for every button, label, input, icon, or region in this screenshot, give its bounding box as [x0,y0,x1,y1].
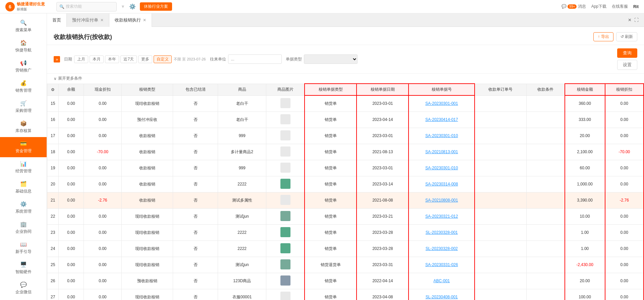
slip-no-link[interactable]: SA-20230301-010 [425,133,458,138]
settings-button[interactable]: 设置 [617,60,637,70]
sidebar-label-operation: 经营管理 [15,168,32,174]
cell-discount: 0.00 [605,112,644,128]
slip-no-link[interactable]: SA-20230321-012 [425,214,458,219]
cell-slip-type: 销货单 [305,273,357,289]
cell-goods: 老白干 [218,95,266,112]
tab-bar: 首页 预付冲应付单 ✕ 收款核销执行 ✕ ✕ ⛶ [47,13,644,27]
sidebar-item-corp[interactable]: 🏢 企业协同 [0,218,47,238]
slip-no-link[interactable]: SA-20230331-026 [425,262,458,267]
cell-slip-type: 销货单 [305,160,357,176]
cell-slip-no: SA-20230314-008 [409,176,475,192]
cell-type: 收款核销 [122,160,173,176]
cell-num: 23 [47,224,59,241]
slip-no-link[interactable]: SA-20230301-001 [425,101,458,106]
cell-slip-no: SA-20210808-001 [409,192,475,208]
cell-amount: 100.00 [565,289,605,300]
slip-no-link[interactable]: SL-20230328-001 [426,230,458,235]
refresh-button[interactable]: ↺ 刷新 [616,32,637,41]
table-row: 20 0.00 0.00 收款核销 否 2222 销货单 2023-03-14 … [47,176,644,192]
top-search-bar[interactable]: 🔍 搜索功能 [56,2,117,11]
date-btn-more[interactable]: 更多 [138,55,152,63]
app-logo: 6 畅捷通谱好生意 标准版 [5,1,52,12]
sidebar-item-basic[interactable]: 🗂️ 基础信息 [0,177,47,198]
sidebar-item-quick[interactable]: 🏠 快捷导航 [0,36,47,56]
logo-icon: 6 [5,2,15,11]
gear-icon[interactable]: ⚙️ [129,3,136,10]
filter-expand-button[interactable]: » [54,56,60,62]
app-name: 畅捷通谱好生意 [17,1,45,7]
slip-no-link[interactable]: SA-20210808-001 [425,198,458,203]
cell-amount: 333.00 [565,112,605,128]
slip-no-link[interactable]: SL-20230328-002 [426,246,458,251]
tab-receipt-close[interactable]: ✕ [143,18,146,23]
message-icon[interactable]: 💬 99+ 消息 [561,4,586,9]
tab-home[interactable]: 首页 [47,13,67,27]
cell-type: 收款核销 [122,144,173,160]
cell-cash-discount: 0.00 [84,224,122,241]
receipt-type-select[interactable] [304,54,358,64]
tab-prepay-close[interactable]: ✕ [100,18,104,23]
sidebar-item-marketing[interactable]: 📢 营销推广 [0,56,47,77]
online-service-link[interactable]: 在线客服 [612,4,628,9]
cell-condition [526,160,565,176]
top-bar-right: 💬 99+ 消息 App下载 在线客服 Rit [561,4,639,9]
slip-no-link[interactable]: SL-20230408-001 [426,295,458,299]
expand-more-bar[interactable]: ∨ 展开更多条件 [54,76,637,81]
cell-goods: 2222 [218,241,266,257]
date-btn-custom[interactable]: 自定义 [154,55,172,63]
tab-close-window[interactable]: ✕ [628,17,632,23]
industry-button[interactable]: 休验行业方案 [140,2,172,11]
sidebar-item-purchase[interactable]: 🛒 采购管理 [0,97,47,117]
page-actions: ↑ 导出 ↺ 刷新 [593,32,637,41]
query-button[interactable]: 查询 [617,48,637,58]
cell-img [266,208,305,224]
cell-slip-type: 销货单 [305,128,357,144]
cell-slip-no: SL-20230328-002 [409,241,475,257]
cell-closed: 否 [173,144,218,160]
cell-balance: 0.00 [59,112,84,128]
date-btn-lastmonth[interactable]: 上月 [74,55,88,63]
sidebar-item-operation[interactable]: 📊 经营管理 [0,157,47,177]
date-btn-thismonth[interactable]: 本月 [90,55,104,63]
slip-no-link[interactable]: SA-20230414-017 [425,117,458,122]
cell-cash-discount: 0.00 [84,95,122,112]
sidebar-item-vip[interactable]: V 畅会员 [0,298,47,300]
cell-img [266,289,305,300]
cell-receipt-order [475,208,526,224]
cell-slip-type: 销货单 [305,192,357,208]
cell-type: 收款核销 [122,128,173,144]
top-bar: 6 畅捷通谱好生意 标准版 🔍 搜索功能 ▼ ⚙️ 休验行业方案 💬 99+ 消… [0,0,644,13]
slip-no-link[interactable]: ABC-001 [433,278,450,283]
cell-goods: 2222 [218,176,266,192]
slip-no-link[interactable]: SA-20230314-008 [425,182,458,186]
sidebar-item-hardware[interactable]: 🖥️ 智能硬件 [0,258,47,278]
tab-maximize[interactable]: ⛶ [634,17,639,23]
sidebar-item-system[interactable]: ⚙️ 系统管理 [0,198,47,218]
cell-balance: 0.00 [59,224,84,241]
sidebar-item-inventory[interactable]: 📦 库存核算 [0,117,47,137]
cell-type: 收款核销 [122,192,173,208]
export-button[interactable]: ↑ 导出 [593,32,613,41]
tab-prepay[interactable]: 预付冲应付单 ✕ [67,13,109,27]
slip-no-link[interactable]: SA-20230301-010 [425,166,458,170]
cell-img [266,176,305,192]
th-settings[interactable]: ⚙ [47,84,59,95]
sidebar-item-search[interactable]: 🔍 搜索菜单 [0,16,47,36]
dropdown-arrow[interactable]: ▼ [121,4,125,9]
date-btn-thisyear[interactable]: 本年 [105,55,119,63]
slip-no-link[interactable]: SA-20210813-001 [425,149,458,154]
tab-receipt[interactable]: 收款核销执行 ✕ [109,13,152,27]
cell-discount: 0.00 [605,273,644,289]
counterpart-input[interactable] [228,54,282,64]
cell-slip-no: SA-20230301-001 [409,95,475,112]
th-type: 核销类型 [122,84,173,95]
cell-slip-date: 2023-03-28 [357,241,409,257]
th-goods-img: 商品图片 [266,84,305,95]
sidebar-item-sales[interactable]: 💰 销售管理 [0,77,47,97]
date-btn-7days[interactable]: 近7天 [120,55,137,63]
sidebar-item-finance[interactable]: 💳 资金管理 [0,137,47,157]
sidebar-item-guide[interactable]: 📖 新手引导 [0,238,47,258]
app-download-link[interactable]: App下载 [591,4,606,9]
cell-balance: 0.00 [59,95,84,112]
sidebar-item-wechat[interactable]: 💬 企业微信 [0,278,47,298]
